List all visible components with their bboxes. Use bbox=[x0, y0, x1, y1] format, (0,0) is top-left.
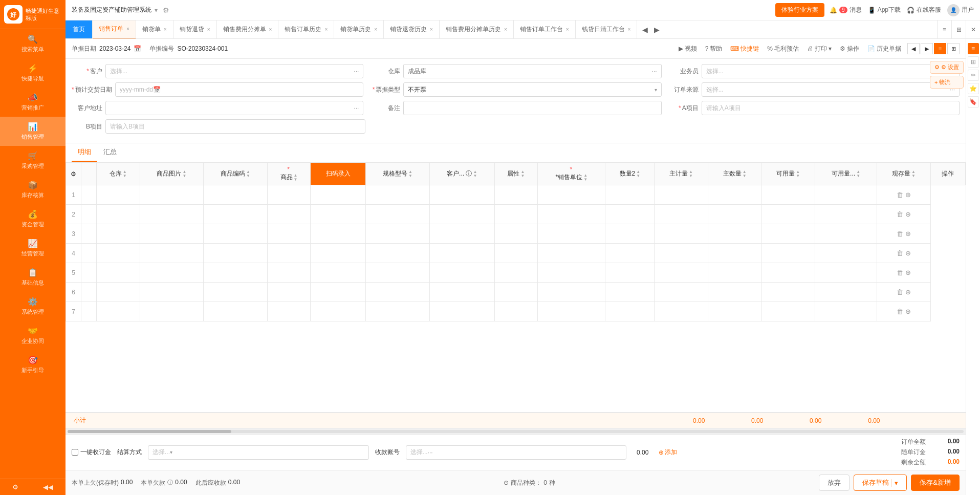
row-image[interactable] bbox=[97, 263, 140, 283]
sidebar-item-enterprise[interactable]: 🤝 企业协同 bbox=[0, 321, 66, 350]
tab-close-icon[interactable]: × bbox=[628, 27, 631, 32]
row-scan[interactable] bbox=[267, 283, 311, 302]
topbar-gear-icon[interactable]: ⚙ bbox=[163, 6, 169, 14]
sidebar-item-operations[interactable]: 📈 经营管理 bbox=[0, 233, 66, 263]
copy-row-icon[interactable]: ⊕ bbox=[905, 269, 911, 276]
row-spec[interactable] bbox=[311, 244, 366, 263]
user-item[interactable]: 👤 用户 bbox=[947, 4, 974, 16]
row-product[interactable] bbox=[204, 185, 268, 205]
tab-close-icon[interactable]: × bbox=[430, 27, 433, 32]
th-product[interactable]: 商品▲▼ bbox=[267, 163, 311, 185]
row-available2[interactable] bbox=[761, 224, 815, 244]
row-code[interactable] bbox=[140, 185, 204, 205]
copy-row-icon[interactable]: ⊕ bbox=[905, 191, 911, 199]
th-sales-unit[interactable]: *销售单位▲▼ bbox=[538, 163, 605, 185]
row-qty2[interactable] bbox=[538, 263, 605, 283]
delete-row-icon[interactable]: 🗑 bbox=[897, 269, 903, 276]
tab-sales-workbench[interactable]: 销售订单工作台 × bbox=[514, 20, 576, 39]
th-settings[interactable]: ⚙ bbox=[66, 163, 81, 185]
row-spec[interactable] bbox=[311, 263, 366, 283]
th-customer-code[interactable]: 客户... ⓘ▲▼ bbox=[429, 163, 494, 185]
row-sales-unit[interactable] bbox=[494, 205, 538, 224]
payment-method-select[interactable]: 选择... ▾ bbox=[148, 445, 369, 460]
row-scan[interactable] bbox=[267, 263, 311, 283]
app-download-item[interactable]: 📱 App下载 bbox=[868, 6, 901, 14]
row-main-unit[interactable] bbox=[605, 283, 655, 302]
a-project-input[interactable]: 请输入A项目 bbox=[702, 101, 960, 115]
warehouse-more-icon[interactable]: ··· bbox=[652, 68, 657, 75]
row-available2[interactable] bbox=[761, 263, 815, 283]
row-main-qty[interactable] bbox=[655, 244, 708, 263]
address-more-icon[interactable]: ··· bbox=[354, 104, 359, 112]
operate-action[interactable]: ⚙ 操作 bbox=[838, 44, 861, 54]
add-payment-button[interactable]: ⊕ 添加 bbox=[659, 448, 677, 457]
sidebar-item-system[interactable]: ⚙️ 系统管理 bbox=[0, 292, 66, 321]
calendar-icon[interactable]: 📅 bbox=[134, 45, 141, 52]
delivery-date-input[interactable]: yyyy-mm-dd 📅 bbox=[115, 82, 364, 97]
row-customer-code[interactable] bbox=[366, 302, 430, 321]
account-select[interactable]: 选择... ··· bbox=[406, 445, 627, 460]
th-attributes[interactable]: 属性▲▼ bbox=[494, 163, 538, 185]
row-main-unit[interactable] bbox=[605, 244, 655, 263]
row-available2[interactable] bbox=[761, 244, 815, 263]
row-available[interactable] bbox=[708, 244, 761, 263]
tab-close-icon[interactable]: × bbox=[504, 27, 507, 32]
row-customer-code[interactable] bbox=[366, 283, 430, 302]
row-scan[interactable] bbox=[267, 185, 311, 205]
delete-row-icon[interactable]: 🗑 bbox=[897, 308, 903, 315]
sidebar-item-finance[interactable]: 💰 资金管理 bbox=[0, 204, 66, 233]
row-customer-code[interactable] bbox=[366, 244, 430, 263]
row-code[interactable] bbox=[140, 224, 204, 244]
row-customer-code[interactable] bbox=[366, 224, 430, 244]
th-spec[interactable]: 规格型号▲▼ bbox=[366, 163, 430, 185]
row-main-unit[interactable] bbox=[605, 302, 655, 321]
one-click-checkbox[interactable]: 一键收订金 bbox=[72, 448, 111, 457]
app-dropdown-icon[interactable]: ▾ bbox=[155, 7, 158, 14]
row-available[interactable] bbox=[708, 185, 761, 205]
row-main-qty[interactable] bbox=[655, 205, 708, 224]
row-main-unit[interactable] bbox=[605, 205, 655, 224]
row-warehouse[interactable] bbox=[81, 224, 97, 244]
row-warehouse[interactable] bbox=[81, 283, 97, 302]
row-qty2[interactable] bbox=[538, 185, 605, 205]
delete-row-icon[interactable]: 🗑 bbox=[897, 230, 903, 238]
row-sales-unit[interactable] bbox=[494, 263, 538, 283]
th-main-unit[interactable]: 主计量▲▼ bbox=[655, 163, 708, 185]
row-attributes[interactable] bbox=[429, 224, 494, 244]
row-product[interactable] bbox=[204, 302, 268, 321]
customer-more-icon[interactable]: ··· bbox=[354, 68, 359, 75]
row-stock[interactable] bbox=[815, 244, 877, 263]
row-sales-unit[interactable] bbox=[494, 224, 538, 244]
row-main-unit[interactable] bbox=[605, 224, 655, 244]
account-more-icon[interactable]: ··· bbox=[428, 449, 433, 456]
copy-row-icon[interactable]: ⊕ bbox=[905, 288, 911, 296]
horizontal-scrollbar[interactable] bbox=[66, 428, 966, 434]
row-qty2[interactable] bbox=[538, 205, 605, 224]
th-available[interactable]: 可用量▲▼ bbox=[761, 163, 815, 185]
sidebar-item-search[interactable]: 🔍 搜索菜单 bbox=[0, 29, 66, 58]
th-stock[interactable]: 现存量▲▼ bbox=[877, 163, 931, 185]
row-available2[interactable] bbox=[761, 283, 815, 302]
tab-cash-daily[interactable]: 钱货日清工作台 × bbox=[576, 20, 638, 39]
tab-grid-icon[interactable]: ⊞ bbox=[951, 20, 966, 39]
row-attributes[interactable] bbox=[429, 205, 494, 224]
info-icon[interactable]: ⓘ bbox=[167, 479, 173, 487]
tab-close-icon[interactable]: × bbox=[207, 27, 210, 32]
sidebar-item-quicknav[interactable]: ⚡ 快捷导航 bbox=[0, 58, 66, 88]
right-panel-btn-2[interactable]: ⊞ bbox=[968, 56, 979, 68]
sidebar-item-inventory[interactable]: 📦 库存核算 bbox=[0, 175, 66, 204]
card-view-btn[interactable]: ⊞ bbox=[947, 43, 960, 54]
online-support-item[interactable]: 🎧 在线客服 bbox=[907, 6, 941, 14]
history-action[interactable]: 📄 历史单据 bbox=[865, 44, 903, 54]
row-product[interactable] bbox=[204, 224, 268, 244]
settings-side-button[interactable]: ⚙ ⚙ 设置 bbox=[930, 61, 964, 74]
shortcut-action[interactable]: ⌨ 快捷键 bbox=[728, 44, 761, 54]
date-value[interactable]: 2023-03-24 bbox=[99, 45, 130, 52]
customer-address-input[interactable]: ··· bbox=[105, 101, 363, 115]
row-customer-code[interactable] bbox=[366, 205, 430, 224]
row-main-qty[interactable] bbox=[655, 224, 708, 244]
sidebar-item-basic[interactable]: 📋 基础信息 bbox=[0, 263, 66, 292]
row-available2[interactable] bbox=[761, 185, 815, 205]
tab-close-icon[interactable]: × bbox=[324, 27, 328, 32]
tab-next-icon[interactable]: ▶ bbox=[652, 25, 662, 35]
